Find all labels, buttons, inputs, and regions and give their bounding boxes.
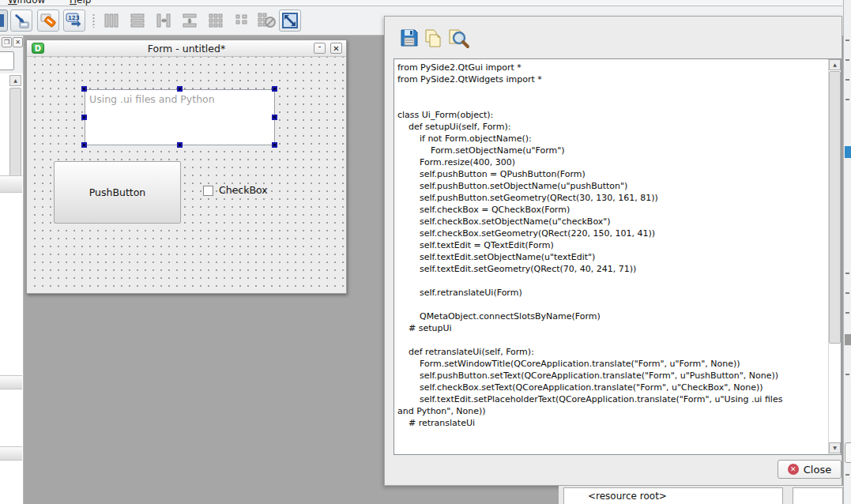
- selection-handle-s[interactable]: [177, 142, 183, 148]
- menu-window[interactable]: Window: [8, 0, 45, 6]
- layout-grid-button: [205, 9, 227, 32]
- selected-row-edge[interactable]: [845, 146, 851, 158]
- edit-tab-order-button[interactable]: 123: [63, 9, 85, 32]
- widget-category-row[interactable]: [0, 175, 22, 193]
- lay-out-vertically-icon: [129, 12, 146, 29]
- resource-files-panel[interactable]: [793, 487, 843, 504]
- close-dialog-button[interactable]: ✕ Close: [778, 460, 842, 479]
- tool-bar: 123: [0, 6, 384, 36]
- svg-text:123: 123: [68, 15, 80, 21]
- edit-buddies-icon: [39, 11, 58, 30]
- form-window-titlebar[interactable]: D Form - untitled* - ✕: [27, 40, 346, 57]
- resource-browser-strip: <resource root>: [559, 486, 851, 504]
- close-circle-icon: ✕: [788, 464, 799, 475]
- lay-out-horizontally-in-splitter-icon: [155, 12, 172, 29]
- tree-branch-mark: [845, 312, 849, 314]
- lay-out-in-form-layout-icon: [233, 12, 250, 29]
- close-button-label: Close: [804, 464, 831, 476]
- qt-designer-window: Window Help: [0, 0, 851, 504]
- tree-branch-mark: [845, 292, 849, 294]
- arrow-down-icon: ▼: [833, 445, 837, 450]
- edit-buddies-button[interactable]: [37, 9, 59, 32]
- edit-widgets-icon: [0, 12, 6, 29]
- adjust-size-icon: [281, 12, 299, 29]
- arrow-up-icon: ▲: [13, 77, 17, 83]
- checkbox-indicator[interactable]: [203, 186, 213, 196]
- selection-handle-nw[interactable]: [81, 86, 87, 92]
- scroll-up-button[interactable]: ▲: [9, 75, 21, 86]
- widget-filter-input[interactable]: [0, 51, 14, 70]
- widget-box-dock: ❐ ✕ ▲: [0, 36, 24, 504]
- tree-branch-mark: [845, 39, 849, 41]
- layout-splitter-vertical-button: [179, 9, 201, 32]
- layout-splitter-horizontal-button: [153, 9, 175, 32]
- tree-branch-mark: [845, 474, 849, 476]
- close-window-button[interactable]: ✕: [330, 43, 342, 54]
- code-preview-dialog: from PySide2.QtGui import * from PySide2…: [384, 16, 842, 486]
- pushbutton-widget[interactable]: PushButton: [54, 161, 181, 224]
- menu-help[interactable]: Help: [70, 0, 91, 6]
- resource-tree-panel[interactable]: <resource root>: [563, 487, 783, 504]
- form-editor-window: D Form - untitled* - ✕ Using .ui files a…: [26, 39, 347, 294]
- edit-widgets-button[interactable]: [0, 9, 8, 32]
- textedit-widget[interactable]: Using .ui files and Python: [85, 89, 275, 145]
- widget-category-row[interactable]: [0, 446, 22, 461]
- copy-icon[interactable]: [423, 28, 443, 49]
- find-icon[interactable]: [446, 28, 470, 49]
- form-window-title: Form - untitled*: [27, 43, 346, 55]
- tree-branch-mark: [845, 273, 849, 274]
- scroll-up-button[interactable]: ▲: [829, 59, 841, 70]
- selection-handle-n[interactable]: [177, 86, 183, 92]
- lay-out-in-grid-icon: [207, 12, 224, 29]
- adjust-size-button[interactable]: [279, 9, 301, 32]
- code-view[interactable]: from PySide2.QtGui import * from PySide2…: [393, 58, 842, 455]
- save-icon[interactable]: [400, 28, 419, 47]
- menu-bar: Window Help: [0, 0, 842, 6]
- tree-branch-mark: [845, 59, 849, 61]
- textedit-placeholder: Using .ui files and Python: [89, 93, 215, 105]
- selection-handle-e[interactable]: [272, 115, 277, 120]
- scrollbar-thumb[interactable]: [829, 71, 841, 344]
- button-edge[interactable]: [845, 442, 851, 463]
- resource-root-item[interactable]: <resource root>: [564, 488, 782, 502]
- edit-signals-slots-button[interactable]: [10, 9, 32, 32]
- lay-out-horizontally-icon: [103, 12, 120, 29]
- edit-signals-slots-icon: [13, 12, 30, 29]
- scrollbar-thumb[interactable]: [9, 88, 21, 182]
- selection-handle-se[interactable]: [272, 142, 277, 148]
- minimize-button[interactable]: -: [314, 43, 326, 54]
- dock-close-button[interactable]: ✕: [13, 37, 23, 47]
- scroll-down-button[interactable]: ▼: [829, 442, 841, 453]
- layout-form-button: [231, 9, 253, 32]
- selection-handle-sw[interactable]: [81, 142, 87, 148]
- dock-float-button[interactable]: ❐: [2, 37, 12, 47]
- property-editor-sliver: [843, 0, 851, 504]
- close-icon: ✕: [333, 44, 339, 53]
- group-row-edge: [845, 334, 851, 345]
- widget-category-row[interactable]: [0, 375, 22, 389]
- minimize-icon: -: [318, 42, 322, 51]
- lay-out-vertically-in-splitter-icon: [181, 12, 198, 29]
- form-canvas[interactable]: Using .ui files and Python PushButton Ch…: [28, 57, 345, 293]
- tree-branch-mark: [845, 79, 849, 81]
- break-layout-button: [256, 9, 278, 32]
- close-icon: ✕: [15, 39, 21, 46]
- code-scrollbar[interactable]: ▲ ▼: [828, 59, 841, 454]
- selection-handle-w[interactable]: [81, 115, 87, 120]
- tree-branch-mark: [845, 99, 849, 100]
- break-layout-icon: [257, 11, 277, 30]
- layout-horizontal-button: [100, 9, 122, 32]
- selection-handle-ne[interactable]: [272, 86, 277, 92]
- arrow-up-icon: ▲: [833, 62, 837, 67]
- float-icon: ❐: [4, 39, 9, 46]
- checkbox-label: CheckBox: [219, 184, 268, 196]
- layout-vertical-button: [126, 9, 149, 32]
- widget-box-list[interactable]: ▲: [0, 73, 23, 504]
- edit-tab-order-icon: 123: [65, 11, 84, 30]
- pushbutton-label: PushButton: [89, 186, 146, 198]
- generated-code-text[interactable]: from PySide2.QtGui import * from PySide2…: [397, 62, 830, 452]
- toolbar-separator: [92, 13, 95, 28]
- tree-branch-mark: [845, 374, 849, 375]
